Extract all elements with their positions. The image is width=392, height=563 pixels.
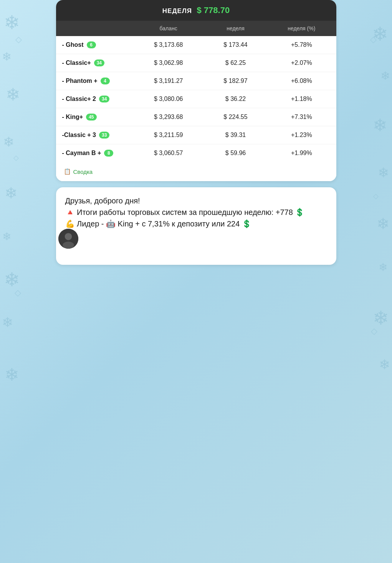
row-week-pct: +1.23%	[267, 126, 336, 144]
row-label: - King+ 45	[62, 114, 127, 121]
snowflake-icon: ❄	[2, 315, 13, 330]
row-balance: $ 3,060.57	[133, 144, 204, 162]
table-body: - Ghost 6$ 3,173.68$ 173.44+5.78%- Class…	[56, 36, 336, 162]
table-row: - Cayman B + 8$ 3,060.57$ 59.96+1.99%	[56, 144, 336, 162]
row-balance: $ 3,173.68	[133, 36, 204, 54]
data-table: баланс неделя неделя (%) - Ghost 6$ 3,17…	[56, 21, 336, 162]
row-badge: 8	[104, 150, 113, 157]
message-card: Друзья, доброго дня! 🔺 Итоги работы торг…	[56, 187, 336, 265]
row-badge: 34	[94, 59, 104, 66]
row-name-cell: - Ghost 6	[56, 36, 133, 54]
svg-point-2	[63, 241, 74, 249]
row-badge: 45	[86, 114, 96, 121]
row-week-pct: +5.78%	[267, 36, 336, 54]
row-badge: 6	[87, 41, 96, 48]
row-balance: $ 3,293.68	[133, 108, 204, 126]
svodka-icon: 📋	[64, 168, 71, 175]
row-week-pct: +1.99%	[267, 144, 336, 162]
table-row: - Ghost 6$ 3,173.68$ 173.44+5.78%	[56, 36, 336, 54]
row-label: -Classic + 3 33	[62, 132, 127, 139]
row-label: - Phantom + 4	[62, 78, 127, 84]
table-row: - King+ 45$ 3,293.68$ 224.55+7.31%	[56, 108, 336, 126]
snowflake-icon: ❄	[379, 357, 390, 372]
svg-point-1	[65, 233, 72, 240]
col-week: неделя	[204, 21, 267, 36]
row-name-cell: - Classic+ 34	[56, 54, 133, 72]
row-balance: $ 3,191.27	[133, 72, 204, 90]
main-content: НЕДЕЛЯ $ 778.70 баланс неделя неделя (%)…	[0, 0, 392, 276]
avatar-image	[58, 229, 78, 249]
row-week: $ 182.97	[204, 72, 267, 90]
row-name-cell: - Classic+ 2 34	[56, 90, 133, 108]
row-label: - Cayman B + 8	[62, 150, 127, 157]
diamond-icon: ◇	[15, 288, 21, 298]
avatar	[58, 228, 79, 249]
row-week: $ 173.44	[204, 36, 267, 54]
row-badge: 33	[99, 132, 109, 139]
row-name-cell: - King+ 45	[56, 108, 133, 126]
col-name	[56, 21, 133, 36]
table-row: - Classic+ 34$ 3,062.98$ 62.25+2.07%	[56, 54, 336, 72]
row-badge: 4	[101, 78, 110, 84]
row-week: $ 59.96	[204, 144, 267, 162]
row-balance: $ 3,062.98	[133, 54, 204, 72]
row-label: - Classic+ 2 34	[62, 96, 127, 102]
diamond-icon: ◇	[371, 326, 377, 336]
page-wrapper: ❄ ❄ ❄ ❄ ❄ ❄ ❄ ❄ ❄ ❄ ❄ ❄ ❄ ❄ ❄ ❄ ❄ ◇ ◇ ◇ …	[0, 0, 392, 563]
message-text: Друзья, доброго дня! 🔺 Итоги работы торг…	[65, 195, 327, 229]
row-badge: 34	[99, 96, 109, 102]
week-amount: $ 778.70	[197, 5, 230, 15]
row-week: $ 62.25	[204, 54, 267, 72]
row-week: $ 224.55	[204, 108, 267, 126]
row-week-pct: +6.08%	[267, 72, 336, 90]
table-header: НЕДЕЛЯ $ 778.70	[56, 0, 336, 21]
row-name-cell: -Classic + 3 33	[56, 126, 133, 144]
table-card: НЕДЕЛЯ $ 778.70 баланс неделя неделя (%)…	[56, 0, 336, 181]
snowflake-icon: ❄	[373, 307, 389, 329]
row-balance: $ 3,080.06	[133, 90, 204, 108]
svodka-label: Сводка	[73, 168, 93, 175]
row-week-pct: +7.31%	[267, 108, 336, 126]
row-name-cell: - Cayman B + 8	[56, 144, 133, 162]
week-label: НЕДЕЛЯ	[162, 7, 192, 15]
header-row: баланс неделя неделя (%)	[56, 21, 336, 36]
table-row: - Phantom + 4$ 3,191.27$ 182.97+6.08%	[56, 72, 336, 90]
svodka-link[interactable]: 📋 Сводка	[64, 168, 329, 175]
row-balance: $ 3,211.59	[133, 126, 204, 144]
row-week-pct: +2.07%	[267, 54, 336, 72]
row-week-pct: +1.18%	[267, 90, 336, 108]
row-label: - Classic+ 34	[62, 59, 127, 66]
svodka-section: 📋 Сводка	[56, 162, 336, 181]
row-week: $ 36.22	[204, 90, 267, 108]
avatar-container	[58, 228, 319, 249]
snowflake-icon: ❄	[5, 365, 19, 385]
table-row: -Classic + 3 33$ 3,211.59$ 39.31+1.23%	[56, 126, 336, 144]
col-balance: баланс	[133, 21, 204, 36]
table-row: - Classic+ 2 34$ 3,080.06$ 36.22+1.18%	[56, 90, 336, 108]
row-label: - Ghost 6	[62, 41, 127, 48]
row-name-cell: - Phantom + 4	[56, 72, 133, 90]
col-week-pct: неделя (%)	[267, 21, 336, 36]
row-week: $ 39.31	[204, 126, 267, 144]
table-head: баланс неделя неделя (%)	[56, 21, 336, 36]
